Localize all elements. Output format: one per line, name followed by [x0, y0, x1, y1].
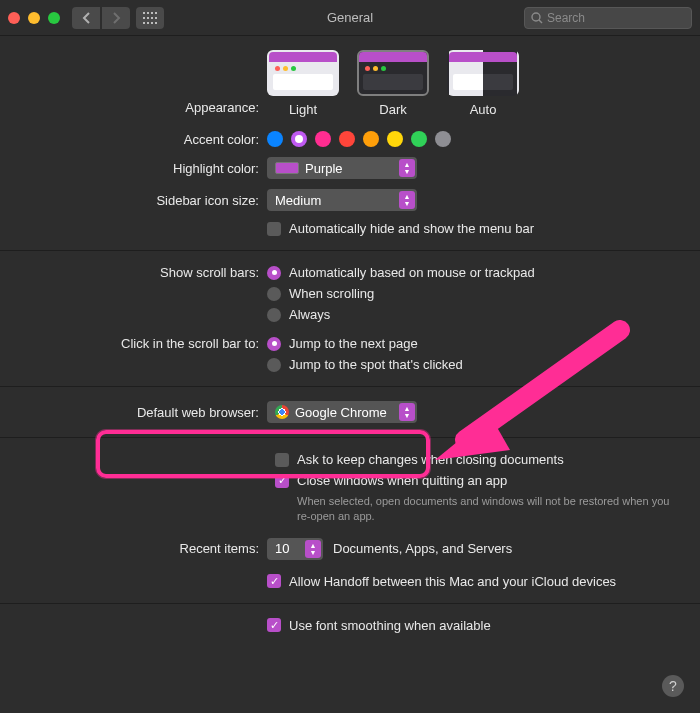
window-controls [8, 12, 60, 24]
forward-button[interactable] [102, 7, 130, 29]
back-button[interactable] [72, 7, 100, 29]
default-browser-value: Google Chrome [295, 405, 387, 420]
appearance-option-auto[interactable]: Auto [447, 50, 519, 117]
svg-rect-9 [147, 22, 149, 24]
radio-label: When scrolling [289, 286, 374, 301]
svg-rect-5 [147, 17, 149, 19]
search-input[interactable] [547, 11, 685, 25]
default-browser-select[interactable]: Google Chrome ▲▼ [267, 401, 417, 423]
appearance-options: Light Dark Auto [267, 50, 519, 117]
radio-label: Automatically based on mouse or trackpad [289, 265, 535, 280]
checkbox-icon [267, 618, 281, 632]
checkbox-label: Use font smoothing when available [289, 618, 491, 633]
checkbox-label: Automatically hide and show the menu bar [289, 221, 534, 236]
titlebar: General [0, 0, 700, 36]
appearance-option-dark[interactable]: Dark [357, 50, 429, 117]
svg-rect-0 [143, 12, 145, 14]
radio-label: Jump to the spot that's clicked [289, 357, 463, 372]
highlight-color-label: Highlight color: [20, 161, 267, 176]
svg-rect-11 [155, 22, 157, 24]
chevron-updown-icon: ▲▼ [399, 191, 415, 209]
radio-icon [267, 287, 281, 301]
recent-items-suffix: Documents, Apps, and Servers [333, 541, 512, 556]
svg-rect-8 [143, 22, 145, 24]
checkbox-label: Allow Handoff between this Mac and your … [289, 574, 616, 589]
svg-rect-7 [155, 17, 157, 19]
close-windows-checkbox[interactable]: Close windows when quitting an app [275, 473, 680, 488]
scrollbars-radio[interactable]: When scrolling [267, 286, 535, 301]
svg-rect-4 [143, 17, 145, 19]
chevron-updown-icon: ▲▼ [399, 159, 415, 177]
svg-rect-6 [151, 17, 153, 19]
help-button[interactable]: ? [662, 675, 684, 697]
radio-icon [267, 337, 281, 351]
appearance-option-label: Dark [379, 102, 406, 117]
radio-label: Always [289, 307, 330, 322]
radio-icon [267, 358, 281, 372]
zoom-window-button[interactable] [48, 12, 60, 24]
accent-swatch[interactable] [435, 131, 451, 147]
svg-rect-3 [155, 12, 157, 14]
svg-point-12 [532, 13, 540, 21]
scroll-click-radio[interactable]: Jump to the spot that's clicked [267, 357, 463, 372]
sidebar-icon-size-value: Medium [275, 193, 321, 208]
recent-items-value: 10 [275, 541, 289, 556]
appearance-option-light[interactable]: Light [267, 50, 339, 117]
checkbox-icon [267, 574, 281, 588]
svg-rect-10 [151, 22, 153, 24]
radio-icon [267, 308, 281, 322]
scrollbars-radio[interactable]: Automatically based on mouse or trackpad [267, 265, 535, 280]
handoff-checkbox[interactable]: Allow Handoff between this Mac and your … [267, 574, 616, 589]
recent-items-label: Recent items: [20, 541, 267, 556]
accent-swatch[interactable] [339, 131, 355, 147]
highlight-swatch-icon [275, 162, 299, 174]
radio-icon [267, 266, 281, 280]
accent-swatch[interactable] [267, 131, 283, 147]
show-all-preferences-button[interactable] [136, 7, 164, 29]
close-windows-note: When selected, open documents and window… [297, 494, 677, 524]
accent-swatch[interactable] [387, 131, 403, 147]
highlight-color-value: Purple [305, 161, 343, 176]
checkbox-icon [275, 453, 289, 467]
recent-items-select[interactable]: 10 ▲▼ [267, 538, 323, 560]
svg-line-13 [539, 20, 542, 23]
nav-group [72, 7, 130, 29]
click-scroll-bar-label: Click in the scroll bar to: [20, 336, 267, 351]
close-window-button[interactable] [8, 12, 20, 24]
highlight-color-select[interactable]: Purple ▲▼ [267, 157, 417, 179]
radio-label: Jump to the next page [289, 336, 418, 351]
chevron-updown-icon: ▲▼ [399, 403, 415, 421]
checkbox-icon [267, 222, 281, 236]
accent-swatch[interactable] [291, 131, 307, 147]
chrome-icon [275, 405, 289, 419]
checkbox-label: Ask to keep changes when closing documen… [297, 452, 564, 467]
default-browser-label: Default web browser: [20, 405, 267, 420]
appearance-option-label: Auto [470, 102, 497, 117]
scrollbars-radio[interactable]: Always [267, 307, 535, 322]
accent-swatch[interactable] [411, 131, 427, 147]
accent-color-label: Accent color: [20, 132, 267, 147]
sidebar-icon-size-select[interactable]: Medium ▲▼ [267, 189, 417, 211]
accent-swatch[interactable] [315, 131, 331, 147]
appearance-label: Appearance: [20, 50, 267, 115]
appearance-option-label: Light [289, 102, 317, 117]
accent-swatch[interactable] [363, 131, 379, 147]
search-icon [531, 12, 543, 24]
show-scroll-bars-label: Show scroll bars: [20, 265, 267, 280]
search-field[interactable] [524, 7, 692, 29]
font-smoothing-checkbox[interactable]: Use font smoothing when available [267, 618, 491, 633]
ask-keep-changes-checkbox[interactable]: Ask to keep changes when closing documen… [275, 452, 680, 467]
autohide-menubar-checkbox[interactable]: Automatically hide and show the menu bar [267, 221, 534, 236]
minimize-window-button[interactable] [28, 12, 40, 24]
checkbox-label: Close windows when quitting an app [297, 473, 507, 488]
svg-rect-1 [147, 12, 149, 14]
accent-color-swatches [267, 131, 451, 147]
scroll-click-radio[interactable]: Jump to the next page [267, 336, 463, 351]
sidebar-icon-size-label: Sidebar icon size: [20, 193, 267, 208]
svg-rect-2 [151, 12, 153, 14]
chevron-updown-icon: ▲▼ [305, 540, 321, 558]
checkbox-icon [275, 474, 289, 488]
